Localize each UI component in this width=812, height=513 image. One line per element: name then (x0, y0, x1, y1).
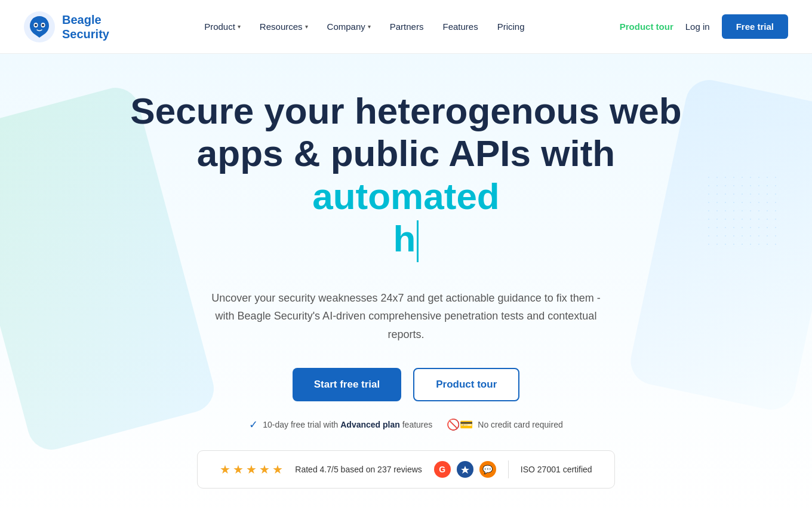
badge-trial-text: 10-day free trial with Advanced plan fea… (263, 420, 432, 429)
hero-section: Secure your heterogenous web apps & publ… (0, 54, 812, 512)
hero-animated-line: h (119, 217, 693, 271)
logo-text: Beagle Security (62, 13, 109, 41)
rating-logos: G 💬 (434, 461, 496, 478)
star-1: ★ (220, 462, 230, 477)
hero-buttons: Start free trial Product tour (119, 368, 693, 401)
chevron-down-icon: ▾ (238, 23, 241, 30)
nav-login-link[interactable]: Log in (685, 21, 710, 32)
star-4: ★ (259, 462, 270, 477)
no-card-badge: 🚫💳 No credit card required (447, 418, 562, 431)
chat-logo: 💬 (479, 461, 496, 478)
hero-content: Secure your heterogenous web apps & publ… (119, 90, 693, 489)
nav-right: Product tour Log in Free trial (620, 14, 788, 39)
star-5: ★ (272, 462, 283, 477)
nav-company[interactable]: Company ▾ (327, 21, 371, 32)
nav-product-tour-link[interactable]: Product tour (620, 21, 673, 32)
hero-badges: ✓ 10-day free trial with Advanced plan f… (119, 418, 693, 431)
start-free-trial-button[interactable]: Start free trial (293, 368, 402, 401)
no-card-text: No credit card required (478, 420, 562, 429)
beagle-logo-icon (24, 11, 55, 42)
svg-point-4 (42, 24, 44, 26)
hero-headline-line1: Secure your heterogenous web (119, 90, 693, 132)
rating-bar: ★ ★ ★ ★ ★ Rated 4.7/5 based on 237 revie… (197, 450, 615, 489)
nav-product[interactable]: Product ▾ (204, 21, 241, 32)
product-tour-button[interactable]: Product tour (413, 368, 519, 401)
chevron-down-icon: ▾ (368, 23, 371, 30)
advanced-plan-label: Advanced plan (340, 420, 400, 429)
star-2: ★ (233, 462, 244, 477)
hero-headline-highlight: automated (312, 176, 499, 217)
g2-logo: G (434, 461, 451, 478)
iso-text: ISO 27001 certified (521, 465, 592, 474)
nav-pricing[interactable]: Pricing (497, 21, 525, 32)
hero-cursor (417, 220, 419, 262)
nav-resources[interactable]: Resources ▾ (260, 21, 308, 32)
star-3: ★ (246, 462, 257, 477)
hero-subtext: Uncover your security weaknesses 24x7 an… (209, 289, 603, 344)
check-circle-icon: ✓ (249, 418, 258, 431)
svg-point-3 (35, 24, 37, 26)
star-rating: ★ ★ ★ ★ ★ (220, 462, 283, 477)
no-card-icon: 🚫💳 (447, 418, 473, 431)
hero-headline-line2: apps & public APIs with automated (119, 132, 693, 217)
rating-divider (508, 460, 509, 478)
chevron-down-icon: ▾ (305, 23, 308, 30)
trial-badge: ✓ 10-day free trial with Advanced plan f… (249, 418, 432, 431)
hero-headline: Secure your heterogenous web apps & publ… (119, 90, 693, 271)
rating-text: Rated 4.7/5 based on 237 reviews (295, 465, 422, 474)
nav-features[interactable]: Features (442, 21, 478, 32)
capterra-logo (457, 461, 473, 478)
nav-free-trial-button[interactable]: Free trial (722, 14, 788, 39)
navbar: Beagle Security Product ▾ Resources ▾ Co… (0, 0, 812, 54)
logo-link[interactable]: Beagle Security (24, 11, 109, 42)
nav-partners[interactable]: Partners (390, 21, 424, 32)
hero-dots-decoration (705, 173, 776, 245)
nav-links: Product ▾ Resources ▾ Company ▾ Partners… (204, 21, 524, 32)
hero-animated-char: h (393, 217, 416, 260)
